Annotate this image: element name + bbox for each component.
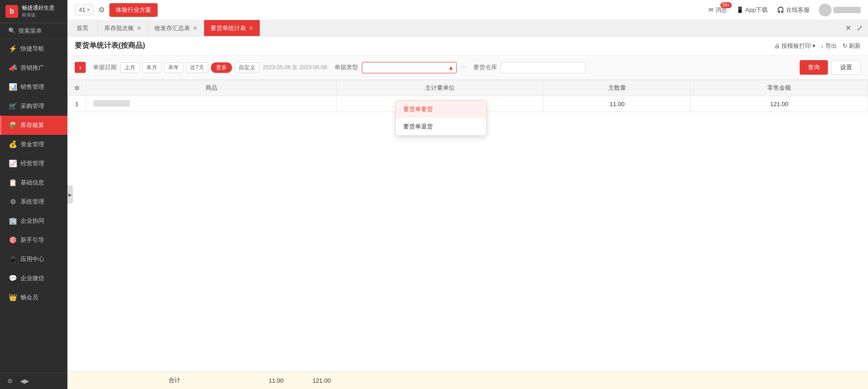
username-text xyxy=(833,7,861,13)
sidebar-item-guide[interactable]: 🎯 新手引导 xyxy=(0,230,67,250)
tab-home-label: 首页 xyxy=(77,24,88,32)
footer-amount: 121.00 xyxy=(299,377,344,384)
dropdown-item-order[interactable]: 要货单要货 xyxy=(396,101,486,118)
date-filter-label: 单据日期 xyxy=(93,63,117,72)
date-btn-this-month[interactable]: 本月 xyxy=(142,62,161,73)
row-qty: 11.00 xyxy=(544,96,691,112)
tab-inventory-batch[interactable]: 库存批次账 ✕ xyxy=(98,20,148,36)
sidebar-item-marketing[interactable]: 📣 营销推广 xyxy=(0,58,67,77)
row-amount: 121.00 xyxy=(691,96,868,112)
sidebar-item-enterprise[interactable]: 🏢 企业协同 xyxy=(0,211,67,230)
app-download-link[interactable]: 📱 App下载 xyxy=(736,6,768,14)
type-filter-label: 单据类型 xyxy=(334,63,358,72)
guide-icon: 🎯 xyxy=(9,236,17,244)
sidebar-item-basics[interactable]: 📋 基础信息 xyxy=(0,173,67,192)
export-label: 导出 xyxy=(825,42,837,50)
search-icon: 🔍 xyxy=(8,27,15,34)
type-filter-input[interactable] xyxy=(362,62,457,73)
trial-button[interactable]: 体验行业方案 xyxy=(109,3,158,17)
settings-button[interactable]: 设置 xyxy=(832,60,861,75)
sidebar-item-purchase[interactable]: 🛒 采购管理 xyxy=(0,97,67,116)
sidebar-item-label: 采购管理 xyxy=(21,102,44,110)
footer-qty: 11.00 xyxy=(253,377,299,384)
date-btn-last-month[interactable]: 上月 xyxy=(120,62,139,73)
sidebar-item-label: 资金管理 xyxy=(21,140,44,148)
sidebar-item-finance[interactable]: 💰 资金管理 xyxy=(0,135,67,154)
sidebar-item-member[interactable]: 👑 畅会员 xyxy=(0,288,67,307)
page-header: 要货单统计表(按商品) 🖨 按模板打印 ▾ ↓ 导出 ↻ 刷新 xyxy=(67,36,868,56)
print-button[interactable]: 🖨 按模板打印 ▾ xyxy=(774,42,816,50)
date-btn-this-year[interactable]: 本年 xyxy=(164,62,183,73)
logo-icon: b xyxy=(5,5,18,18)
customer-service-link[interactable]: 🎧 在线客服 xyxy=(777,6,810,14)
marketing-icon: 📣 xyxy=(9,64,17,72)
tab-inventory-batch-label: 库存批次账 xyxy=(104,24,134,32)
sidebar-item-app-center[interactable]: 📱 应用中心 xyxy=(0,250,67,269)
col-unit: 主计量单位 xyxy=(337,80,544,96)
date-btn-last-7[interactable]: 近7天 xyxy=(186,62,208,73)
date-btn-more[interactable]: 更多 xyxy=(211,62,232,73)
date-filter-group: 单据日期 上月 本月 本年 近7天 更多 自定义 2023-05-06 至 20… xyxy=(93,62,327,73)
user-avatar xyxy=(819,4,832,16)
branch-selector[interactable]: 41 ▾ xyxy=(75,4,94,15)
sidebar-item-operations[interactable]: 📈 经营管理 xyxy=(0,154,67,173)
type-filter-group: 单据类型 ▲ ··· xyxy=(334,62,466,73)
sidebar-item-inventory[interactable]: 📦 库存核算 xyxy=(0,116,67,135)
print-icon: 🖨 xyxy=(774,42,780,49)
topbar-left: 41 ▾ ⚙ 体验行业方案 xyxy=(75,3,158,17)
close-tab-receivable[interactable]: ✕ xyxy=(193,25,197,31)
search-menu[interactable]: 🔍 搜索菜单 xyxy=(0,23,67,39)
topbar-settings-icon[interactable]: ⚙ xyxy=(98,5,105,14)
tab-order-stats[interactable]: 要货单统计表 ✕ xyxy=(204,20,260,36)
refresh-button[interactable]: ↻ 刷新 xyxy=(842,42,861,50)
table-footer: 合计 11.00 121.00 xyxy=(67,371,868,389)
type-dropdown: 要货单要货 要货单退货 xyxy=(395,100,487,136)
close-all-tabs-icon[interactable]: ✕ xyxy=(843,22,853,34)
sales-icon: 📊 xyxy=(9,83,17,91)
tab-bar: 首页 库存批次账 ✕ 收发存汇总表 ✕ 要货单统计表 ✕ ✕ ⤢ xyxy=(67,20,868,36)
filter-expand-toggle[interactable]: › xyxy=(75,62,86,73)
refresh-icon: ↻ xyxy=(842,42,847,49)
inventory-icon: 📦 xyxy=(9,121,17,129)
notification-button[interactable]: ✉ 消息 99+ xyxy=(709,6,727,14)
col-settings[interactable]: ⚙ xyxy=(68,80,86,96)
expand-tabs-icon[interactable]: ⤢ xyxy=(855,22,864,34)
sidebar-settings-icon[interactable]: ⚙ xyxy=(7,378,13,384)
close-tab-order-stats[interactable]: ✕ xyxy=(249,25,253,31)
sidebar-item-label: 新手引导 xyxy=(21,236,44,244)
tab-order-stats-label: 要货单统计表 xyxy=(211,24,246,32)
col-qty: 主数量 xyxy=(544,80,691,96)
sidebar-item-quick-nav[interactable]: ⚡ 快捷导航 xyxy=(0,39,67,58)
member-icon: 👑 xyxy=(9,293,17,302)
date-btn-custom[interactable]: 自定义 xyxy=(235,62,259,73)
footer-label: 合计 xyxy=(169,376,180,384)
sidebar-item-sales[interactable]: 📊 销售管理 xyxy=(0,77,67,97)
search-label: 搜索菜单 xyxy=(18,27,42,35)
tab-home[interactable]: 首页 xyxy=(67,20,98,36)
warehouse-filter-input[interactable] xyxy=(501,62,586,73)
dropdown-item-return[interactable]: 要货单退货 xyxy=(396,118,486,135)
refresh-label: 刷新 xyxy=(849,42,861,50)
tab-receivable-summary[interactable]: 收发存汇总表 ✕ xyxy=(148,20,204,36)
sidebar-item-label: 系统管理 xyxy=(21,198,44,206)
sidebar-item-wechat[interactable]: 💬 企业微信 xyxy=(0,269,67,288)
tab-receivable-label: 收发存汇总表 xyxy=(154,24,190,32)
type-more-icon[interactable]: ··· xyxy=(460,63,466,72)
filter-bar: › 单据日期 上月 本月 本年 近7天 更多 自定义 2023-05-06 至 … xyxy=(67,56,868,80)
export-button[interactable]: ↓ 导出 xyxy=(821,42,837,50)
sidebar: b 畅捷通好生意 标准版 🔍 搜索菜单 ⚡ 快捷导航 📣 营销推广 📊 销售管理… xyxy=(0,0,67,389)
sidebar-toggle[interactable]: ▶ xyxy=(67,185,73,204)
user-avatar-button[interactable] xyxy=(819,4,861,16)
sidebar-nav: ⚡ 快捷导航 📣 营销推广 📊 销售管理 🛒 采购管理 📦 库存核算 💰 资金管… xyxy=(0,39,67,373)
export-icon: ↓ xyxy=(821,42,824,49)
sidebar-item-label: 畅会员 xyxy=(21,293,38,302)
sidebar-item-system[interactable]: ⚙ 系统管理 xyxy=(0,192,67,211)
quick-nav-icon: ⚡ xyxy=(9,45,17,53)
purchase-icon: 🛒 xyxy=(9,102,17,110)
query-button[interactable]: 查询 xyxy=(800,60,828,75)
sidebar-collapse-icon[interactable]: ◀▶ xyxy=(20,378,29,384)
table-settings-icon[interactable]: ⚙ xyxy=(74,85,80,92)
close-tab-inventory-batch[interactable]: ✕ xyxy=(137,25,141,31)
tabs-actions: ✕ ⤢ xyxy=(843,22,868,34)
sidebar-item-label: 企业协同 xyxy=(21,217,44,225)
